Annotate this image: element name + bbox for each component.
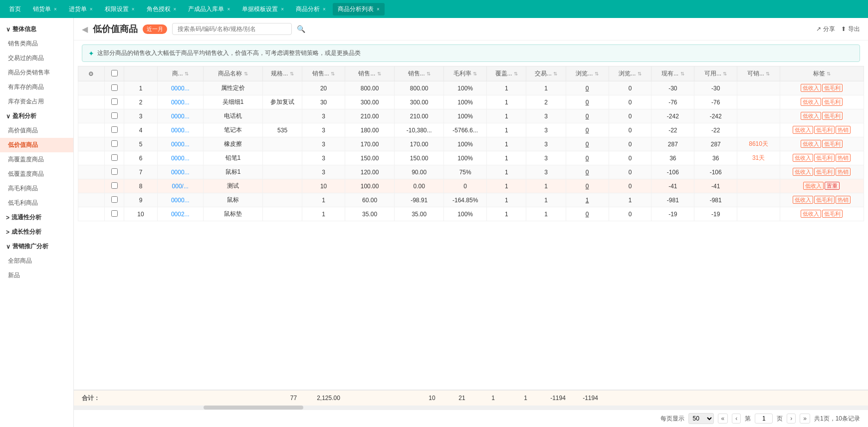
sidebar-item-sales-products[interactable]: 销售类商品 (0, 36, 73, 51)
nav-template-settings[interactable]: 单据模板设置 × (237, 3, 289, 15)
sidebar-item-stock-capital[interactable]: 库存资金占用 (0, 94, 73, 109)
last-page-button[interactable]: » (800, 414, 810, 424)
row-code[interactable]: 0000... (157, 193, 203, 207)
nav-product-inbound[interactable]: 产成品入库单 × (183, 3, 235, 15)
col-available-header[interactable]: 可用... ⇅ (694, 66, 737, 81)
row-checkbox[interactable] (111, 210, 118, 217)
close-icon[interactable]: × (281, 6, 284, 12)
scrollbar-thumb[interactable] (204, 406, 303, 410)
row-code[interactable]: 0000... (157, 137, 203, 151)
col-saleable-header[interactable]: 可销... ⇅ (737, 66, 780, 81)
sidebar-item-high-value[interactable]: 高价值商品 (0, 123, 73, 138)
sidebar-item-traded-products[interactable]: 交易过的商品 (0, 51, 73, 65)
row-browse1[interactable]: 0 (566, 137, 609, 151)
col-name-header[interactable]: 商品名称 ⇅ (204, 66, 263, 81)
search-icon[interactable]: 🔍 (297, 25, 305, 33)
row-checkbox[interactable] (111, 182, 118, 189)
row-browse1[interactable]: 0 (566, 123, 609, 137)
prev-page-button[interactable]: ‹ (732, 414, 741, 424)
close-icon[interactable]: × (132, 6, 135, 12)
row-checkbox[interactable] (111, 154, 118, 161)
row-browse1[interactable]: 0 (566, 151, 609, 165)
nav-home[interactable]: 首页 (4, 3, 26, 15)
row-code[interactable]: 0000... (157, 165, 203, 179)
row-code[interactable]: 0000... (157, 81, 203, 95)
close-icon[interactable]: × (377, 6, 380, 12)
row-browse1[interactable]: 0 (566, 81, 609, 95)
col-trade-header[interactable]: 交易... ⇅ (526, 66, 566, 81)
col-cover-header[interactable]: 覆盖... ⇅ (487, 66, 526, 81)
row-browse1[interactable]: 0 (566, 165, 609, 179)
sidebar-group-growth[interactable]: > 成长性分析 (0, 225, 73, 239)
next-page-button[interactable]: › (787, 414, 796, 424)
export-button[interactable]: ⬆ 导出 (841, 25, 860, 33)
sidebar-item-category-rate[interactable]: 商品分类销售率 (0, 65, 73, 80)
nav-sales-order[interactable]: 销货单 × (28, 3, 62, 15)
sidebar-group-profit[interactable]: ∨ 盈利分析 (0, 109, 73, 123)
col-stock-header[interactable]: 现有... ⇅ (651, 66, 694, 81)
col-qty-header[interactable]: 销售... ⇅ (302, 66, 345, 81)
select-all-checkbox[interactable] (111, 70, 118, 76)
row-browse1[interactable]: 0 (566, 207, 609, 221)
per-page-select[interactable]: 50 100 200 (688, 413, 714, 424)
close-icon[interactable]: × (227, 6, 230, 12)
row-browse1[interactable]: 0 (566, 95, 609, 109)
col-checkbox[interactable] (104, 66, 124, 81)
nav-permission[interactable]: 权限设置 × (100, 3, 140, 15)
sidebar-item-new-products[interactable]: 新品 (0, 268, 73, 283)
close-icon[interactable]: × (90, 6, 93, 12)
sidebar-item-low-value[interactable]: 低价值商品 (0, 138, 73, 152)
close-icon[interactable]: × (323, 6, 326, 12)
close-icon[interactable]: × (54, 6, 57, 12)
share-button[interactable]: ↗ 分享 (816, 25, 835, 33)
nav-product-analysis[interactable]: 商品分析 × (291, 3, 331, 15)
sidebar-item-all-products[interactable]: 全部商品 (0, 254, 73, 268)
first-page-button[interactable]: « (718, 414, 728, 424)
close-icon[interactable]: × (174, 6, 177, 12)
col-sale-amt2-header[interactable]: 销售... ⇅ (395, 66, 444, 81)
sidebar-item-high-coverage[interactable]: 高覆盖度商品 (0, 152, 73, 167)
col-sale-amt-header[interactable]: 销售... ⇅ (345, 66, 395, 81)
row-browse1[interactable]: 0 (566, 109, 609, 123)
col-browse1-header[interactable]: 浏览... ⇅ (566, 66, 609, 81)
row-code[interactable]: 0000... (157, 109, 203, 123)
horizontal-scrollbar[interactable] (74, 406, 868, 410)
col-tags-header[interactable]: 标签 ⇅ (780, 66, 864, 81)
col-browse2-header[interactable]: 浏览... ⇅ (609, 66, 651, 81)
row-code[interactable]: 0000... (157, 95, 203, 109)
row-checkbox[interactable] (111, 112, 118, 119)
col-gross-header[interactable]: 毛利率 ⇅ (444, 66, 487, 81)
row-checkbox[interactable] (111, 168, 118, 175)
col-settings[interactable]: ⚙ (78, 66, 105, 81)
sidebar-group-marketing[interactable]: ∨ 营销推广分析 (0, 239, 73, 254)
sidebar-collapse-button[interactable]: ◀ (82, 24, 88, 34)
row-code[interactable]: 000/... (157, 179, 203, 193)
row-browse1[interactable]: 1 (566, 193, 609, 207)
date-filter-badge[interactable]: 近一月 (143, 24, 167, 34)
nav-role-auth[interactable]: 角色授权 × (142, 3, 182, 15)
sidebar-group-circulation[interactable]: > 流通性分析 (0, 210, 73, 225)
search-input[interactable] (172, 23, 292, 35)
table-wrapper[interactable]: ⚙ 商... ⇅ 商品名称 ⇅ 规格... ⇅ 销售... ⇅ 销售... ⇅ … (74, 66, 868, 390)
row-browse1[interactable]: 0 (566, 179, 609, 193)
col-spec-header[interactable]: 规格... ⇅ (262, 66, 302, 81)
sidebar-group-overall[interactable]: ∨ 整体信息 (0, 22, 73, 36)
nav-product-analysis-list[interactable]: 商品分析列表 × (333, 3, 385, 15)
row-code[interactable]: 0002... (157, 207, 203, 221)
row-checkbox[interactable] (111, 126, 118, 133)
row-checkbox[interactable] (111, 140, 118, 147)
nav-purchase-order[interactable]: 进货单 × (64, 3, 98, 15)
sidebar-item-low-profit[interactable]: 低毛利商品 (0, 196, 73, 210)
row-checkbox[interactable] (111, 98, 118, 105)
sidebar-item-stocked-products[interactable]: 有库存的商品 (0, 80, 73, 94)
row-code[interactable]: 0000... (157, 123, 203, 137)
row-checkbox[interactable] (111, 196, 118, 203)
col-code-header[interactable]: 商... ⇅ (157, 66, 203, 81)
row-actions (78, 109, 105, 123)
row-stock: -41 (651, 179, 694, 193)
current-page-input[interactable] (755, 414, 773, 424)
sidebar-item-low-coverage[interactable]: 低覆盖度商品 (0, 167, 73, 181)
row-code[interactable]: 0000... (157, 151, 203, 165)
row-checkbox[interactable] (111, 84, 118, 91)
sidebar-item-high-profit[interactable]: 高毛利商品 (0, 181, 73, 196)
